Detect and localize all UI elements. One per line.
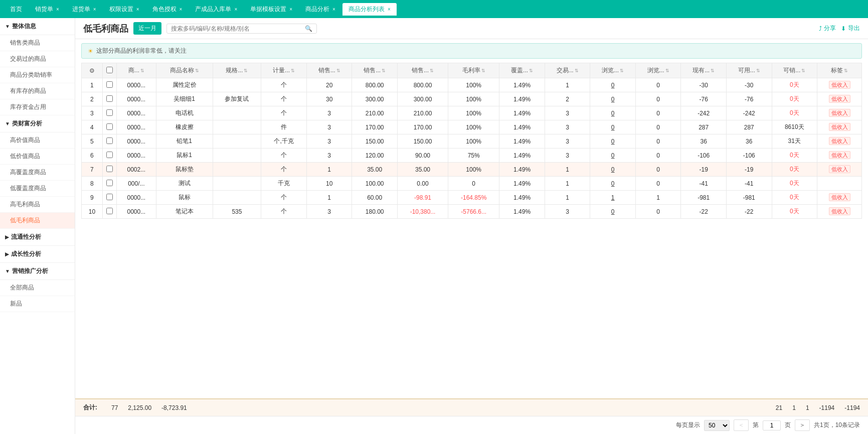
col-sale-price[interactable]: 销售...⇅ <box>352 63 398 78</box>
cell-view1[interactable]: 0 <box>590 149 636 163</box>
search-input[interactable] <box>171 25 305 32</box>
row-checkbox[interactable] <box>106 166 113 172</box>
cell-checkbox[interactable] <box>102 134 116 149</box>
row-checkbox[interactable] <box>106 152 113 158</box>
sidebar-group-circulation[interactable]: ▶ 流通性分析 <box>0 229 75 246</box>
sidebar-group-growth[interactable]: ▶ 成长性分析 <box>0 246 75 263</box>
page-size-select[interactable]: 20 50 100 200 <box>704 420 730 431</box>
cell-margin-rate: 0 <box>448 177 499 191</box>
col-spec[interactable]: 规格...⇅ <box>213 63 261 78</box>
col-code[interactable]: 商...⇅ <box>116 63 156 78</box>
cell-view1[interactable]: 0 <box>590 120 636 134</box>
sidebar-item-stock-funds[interactable]: 库存资金占用 <box>0 99 75 115</box>
nav-close-analysis[interactable]: × <box>332 7 335 12</box>
date-filter-button[interactable]: 近一月 <box>133 22 161 35</box>
nav-close-role[interactable]: × <box>180 7 183 12</box>
cell-view1[interactable]: 0 <box>590 78 636 92</box>
next-page-button[interactable]: ＞ <box>795 419 810 431</box>
cell-coverage: 1.49% <box>499 205 545 219</box>
sidebar-item-high-margin[interactable]: 高毛利商品 <box>0 197 75 213</box>
nav-permission[interactable]: 权限设置 × <box>103 3 145 16</box>
cell-checkbox[interactable] <box>102 205 116 219</box>
page-number-input[interactable] <box>763 420 781 430</box>
col-settings[interactable]: ⚙ <box>82 63 103 78</box>
cell-checkbox[interactable] <box>102 149 116 163</box>
cell-checkbox[interactable] <box>102 177 116 191</box>
sidebar-item-high-coverage[interactable]: 高覆盖度商品 <box>0 165 75 181</box>
sidebar-item-category-rate[interactable]: 商品分类助销率 <box>0 67 75 83</box>
nav-close-product[interactable]: × <box>234 7 237 12</box>
nav-template-setting[interactable]: 单据模板设置 × <box>244 3 298 16</box>
col-available[interactable]: 可用...⇅ <box>726 63 772 78</box>
nav-close-template[interactable]: × <box>289 7 292 12</box>
prev-page-button[interactable]: ＜ <box>734 419 749 431</box>
row-checkbox[interactable] <box>106 137 113 144</box>
col-checkbox-all[interactable] <box>102 63 116 78</box>
nav-close-permission[interactable]: × <box>136 7 139 12</box>
nav-close-purchase[interactable]: × <box>93 7 96 12</box>
col-sale-count[interactable]: 销售...⇅ <box>306 63 352 78</box>
nav-goods-analysis[interactable]: 商品分析 × <box>299 3 341 16</box>
sidebar-item-high-value[interactable]: 高价值商品 <box>0 132 75 149</box>
sidebar-item-new-goods[interactable]: 新品 <box>0 296 75 312</box>
col-saleable[interactable]: 可销...⇅ <box>772 63 817 78</box>
export-icon: ⬇ <box>841 25 846 32</box>
col-sale-profit[interactable]: 销售...⇅ <box>397 63 448 78</box>
cell-checkbox[interactable] <box>102 106 116 120</box>
col-name[interactable]: 商品名称⇅ <box>156 63 213 78</box>
cell-view1[interactable]: 0 <box>590 205 636 219</box>
nav-close-sales[interactable]: × <box>56 7 59 12</box>
cell-current: 287 <box>681 120 727 134</box>
cell-checkbox[interactable] <box>102 92 116 106</box>
pagination-bar: 每页显示 20 50 100 200 ＜ 第 页 ＞ 共1页，10条记录 <box>75 416 868 434</box>
col-unit[interactable]: 计量...⇅ <box>261 63 307 78</box>
col-transaction[interactable]: 交易...⇅ <box>545 63 590 78</box>
row-checkbox[interactable] <box>106 109 113 116</box>
cell-saleable: 31天 <box>772 134 817 149</box>
row-checkbox[interactable] <box>106 95 113 102</box>
nav-product-entry[interactable]: 产成品入库单 × <box>189 3 243 16</box>
cell-view1[interactable]: 0 <box>590 106 636 120</box>
sidebar-group-wealth[interactable]: ▼ 类财富分析 <box>0 115 75 132</box>
col-view1[interactable]: 浏览...⇅ <box>590 63 636 78</box>
sidebar-item-low-coverage[interactable]: 低覆盖度商品 <box>0 181 75 197</box>
row-checkbox[interactable] <box>106 123 113 130</box>
col-tag[interactable]: 标签⇅ <box>817 63 862 78</box>
cell-view1[interactable]: 0 <box>590 163 636 177</box>
nav-purchase-order[interactable]: 进货单 × <box>66 3 102 16</box>
cell-checkbox[interactable] <box>102 163 116 177</box>
sidebar-item-sales-goods[interactable]: 销售类商品 <box>0 35 75 51</box>
sidebar-group-marketing[interactable]: ▼ 营销推广分析 <box>0 263 75 280</box>
export-button[interactable]: ⬇ 导出 <box>841 24 860 33</box>
cell-view1[interactable]: 1 <box>590 191 636 205</box>
row-checkbox[interactable] <box>106 180 113 186</box>
nav-sales-order[interactable]: 销货单 × <box>29 3 65 16</box>
cell-coverage: 1.49% <box>499 120 545 134</box>
cell-checkbox[interactable] <box>102 78 116 92</box>
sidebar-item-low-value[interactable]: 低价值商品 <box>0 149 75 165</box>
nav-role-auth[interactable]: 角色授权 × <box>146 3 189 16</box>
cell-view1[interactable]: 0 <box>590 134 636 149</box>
row-checkbox[interactable] <box>106 194 113 200</box>
col-coverage[interactable]: 覆盖...⇅ <box>499 63 545 78</box>
share-button[interactable]: ⤴ 分享 <box>819 24 836 33</box>
cell-checkbox[interactable] <box>102 120 116 134</box>
cell-checkbox[interactable] <box>102 191 116 205</box>
sidebar-item-traded-goods[interactable]: 交易过的商品 <box>0 51 75 67</box>
checkbox-all[interactable] <box>106 67 113 73</box>
search-icon[interactable]: 🔍 <box>305 25 312 32</box>
col-view2[interactable]: 浏览...⇅ <box>635 63 681 78</box>
row-checkbox[interactable] <box>106 81 113 88</box>
nav-goods-analysis-list[interactable]: 商品分析列表 × <box>342 3 397 16</box>
nav-home[interactable]: 首页 <box>4 3 28 16</box>
col-current[interactable]: 现有...⇅ <box>681 63 727 78</box>
row-checkbox[interactable] <box>106 208 113 214</box>
nav-close-analysis-list[interactable]: × <box>388 7 391 12</box>
sidebar-group-overall[interactable]: ▼ 整体信息 <box>0 18 75 35</box>
sidebar-item-low-margin[interactable]: 低毛利商品 <box>0 213 75 229</box>
sidebar-item-all-goods[interactable]: 全部商品 <box>0 280 75 296</box>
sidebar-item-stock-goods[interactable]: 有库存的商品 <box>0 83 75 99</box>
cell-view1[interactable]: 0 <box>590 177 636 191</box>
cell-view1[interactable]: 0 <box>590 92 636 106</box>
col-margin-rate[interactable]: 毛利率⇅ <box>448 63 499 78</box>
